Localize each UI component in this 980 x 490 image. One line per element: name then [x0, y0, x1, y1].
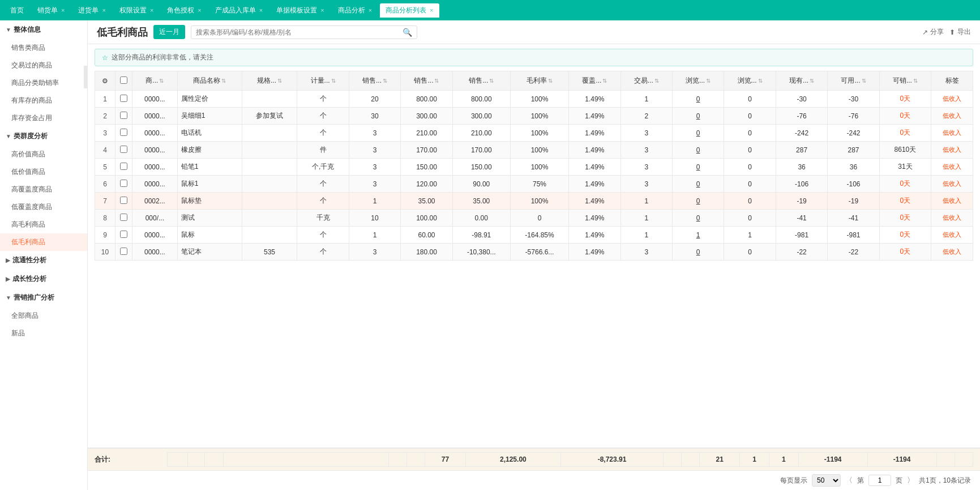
row-checkbox[interactable]: [115, 125, 132, 142]
sidebar-group-growth[interactable]: ▶ 成长性分析: [0, 270, 87, 288]
row-checkbox[interactable]: [115, 227, 132, 244]
nav-close-template[interactable]: ×: [320, 7, 324, 14]
row-checkbox[interactable]: [115, 193, 132, 210]
sidebar-group-overall[interactable]: ▼ 整体信息: [0, 20, 87, 39]
row-views1[interactable]: 0: [672, 108, 724, 125]
select-all-checkbox[interactable]: [120, 76, 127, 84]
nav-role-auth[interactable]: 角色授权 ×: [161, 3, 207, 18]
sidebar-collapse-btn[interactable]: 《: [84, 66, 88, 88]
nav-close-purchase[interactable]: ×: [102, 7, 105, 14]
th-code[interactable]: 商...⇅: [132, 71, 178, 91]
sidebar-item-high-value[interactable]: 高价值商品: [0, 146, 87, 163]
nav-product-analysis[interactable]: 商品分析 ×: [332, 3, 378, 18]
row-tags: 低收入: [931, 125, 973, 142]
th-saleable-days[interactable]: 可销...⇅: [879, 71, 931, 91]
row-current-stock: -30: [776, 91, 827, 108]
th-gross-rate[interactable]: 毛利率⇅: [510, 71, 568, 91]
page-number-input[interactable]: [868, 475, 891, 486]
row-views2: 0: [724, 91, 776, 108]
th-transactions[interactable]: 交易...⇅: [620, 71, 672, 91]
row-views1[interactable]: 0: [672, 142, 724, 159]
row-views1[interactable]: 0: [672, 125, 724, 142]
th-unit[interactable]: 计量...⇅: [297, 71, 349, 91]
nav-permissions[interactable]: 权限设置 ×: [114, 3, 159, 18]
row-checkbox[interactable]: [115, 244, 132, 261]
row-checkbox[interactable]: [115, 91, 132, 108]
page-size-select[interactable]: 50 10 20 100: [812, 474, 841, 487]
sidebar-item-traded-goods[interactable]: 交易过的商品: [0, 57, 87, 74]
nav-home[interactable]: 首页: [5, 3, 29, 18]
sidebar-item-high-coverage[interactable]: 高覆盖度商品: [0, 181, 87, 198]
row-views1[interactable]: 0: [672, 91, 724, 108]
share-button[interactable]: ↗ 分享: [922, 27, 944, 37]
row-views1[interactable]: 0: [672, 176, 724, 193]
th-settings[interactable]: ⚙: [95, 71, 115, 91]
th-sales-price[interactable]: 销售...⇅: [401, 71, 452, 91]
row-views1[interactable]: 0: [672, 244, 724, 261]
nav-sales[interactable]: 销货单 ×: [32, 3, 70, 18]
search-input[interactable]: [196, 28, 403, 36]
row-sales-price: 120.00: [401, 176, 452, 193]
sort-icon-7: ⇅: [489, 78, 494, 84]
th-name[interactable]: 商品名称⇅: [177, 71, 242, 91]
th-sales-profit[interactable]: 销售...⇅: [452, 71, 510, 91]
nav-close-permissions[interactable]: ×: [150, 7, 153, 14]
nav-template[interactable]: 单据模板设置 ×: [271, 3, 329, 18]
row-checkbox[interactable]: [115, 108, 132, 125]
row-sales-qty: 3: [349, 142, 400, 159]
nav-product-entry[interactable]: 产成品入库单 ×: [209, 3, 268, 18]
sort-icon-2: ⇅: [221, 78, 226, 84]
pagination-bar: 每页显示 50 10 20 100 〈 第 页 〉 共1页，10条记录: [88, 470, 980, 490]
notice-icon: ☆: [102, 54, 108, 62]
export-button[interactable]: ⬆ 导出: [949, 27, 971, 37]
row-checkbox[interactable]: [115, 159, 132, 176]
row-name: 鼠标: [177, 227, 242, 244]
sidebar-item-low-coverage[interactable]: 低覆盖度商品: [0, 198, 87, 216]
th-current-stock[interactable]: 现有...⇅: [776, 71, 827, 91]
time-filter-button[interactable]: 近一月: [153, 25, 185, 39]
row-views1[interactable]: 0: [672, 159, 724, 176]
th-spec[interactable]: 规格...⇅: [242, 71, 297, 91]
row-gross-rate: 100%: [510, 125, 568, 142]
row-name: 橡皮擦: [177, 142, 242, 159]
th-sales-qty[interactable]: 销售...⇅: [349, 71, 400, 91]
row-spec: 535: [242, 244, 297, 261]
row-available-stock: -30: [828, 91, 879, 108]
sidebar-group-marketing[interactable]: ▼ 营销推广分析: [0, 288, 87, 307]
sidebar-item-capital[interactable]: 库存资金占用: [0, 109, 87, 127]
row-checkbox[interactable]: [115, 176, 132, 193]
search-icon[interactable]: 🔍: [403, 28, 412, 37]
nav-close-sales[interactable]: ×: [61, 7, 65, 14]
sidebar-item-low-margin[interactable]: 低毛利商品: [0, 233, 87, 251]
settings-icon[interactable]: ⚙: [102, 77, 108, 85]
th-views1[interactable]: 浏览...⇅: [672, 71, 724, 91]
nav-close-product-analysis[interactable]: ×: [369, 7, 372, 14]
sidebar-group-cluster[interactable]: ▼ 类群度分析: [0, 127, 87, 146]
row-views1[interactable]: 0: [672, 210, 724, 227]
row-checkbox[interactable]: [115, 142, 132, 159]
row-tags: 低收入: [931, 159, 973, 176]
nav-close-product-analysis-list[interactable]: ×: [430, 7, 433, 14]
nav-close-role-auth[interactable]: ×: [198, 7, 201, 14]
th-coverage[interactable]: 覆盖...⇅: [569, 71, 620, 91]
nav-purchase[interactable]: 进货单 ×: [72, 3, 111, 18]
row-views1[interactable]: 0: [672, 193, 724, 210]
sidebar-item-in-stock[interactable]: 有库存的商品: [0, 92, 87, 109]
sidebar-item-new-goods[interactable]: 新品: [0, 325, 87, 342]
sidebar-item-all-goods[interactable]: 全部商品: [0, 307, 87, 325]
sidebar-item-high-margin[interactable]: 高毛利商品: [0, 216, 87, 233]
th-available-stock[interactable]: 可用...⇅: [828, 71, 879, 91]
row-coverage: 1.49%: [569, 244, 620, 261]
nav-close-product-entry[interactable]: ×: [259, 7, 263, 14]
row-views1[interactable]: 1: [672, 227, 724, 244]
row-checkbox[interactable]: [115, 210, 132, 227]
sidebar-item-sales-goods[interactable]: 销售类商品: [0, 39, 87, 57]
sidebar-item-category-rate[interactable]: 商品分类助销率: [0, 74, 87, 92]
th-views2[interactable]: 浏览...⇅: [724, 71, 776, 91]
prev-page-button[interactable]: 〈: [845, 475, 853, 485]
sidebar-group-circulation[interactable]: ▶ 流通性分析: [0, 251, 87, 270]
nav-product-analysis-list[interactable]: 商品分析列表 ×: [380, 3, 439, 18]
sidebar-item-low-value[interactable]: 低价值商品: [0, 163, 87, 181]
th-tags[interactable]: 标签: [931, 71, 973, 91]
next-page-button[interactable]: 〉: [907, 475, 914, 485]
